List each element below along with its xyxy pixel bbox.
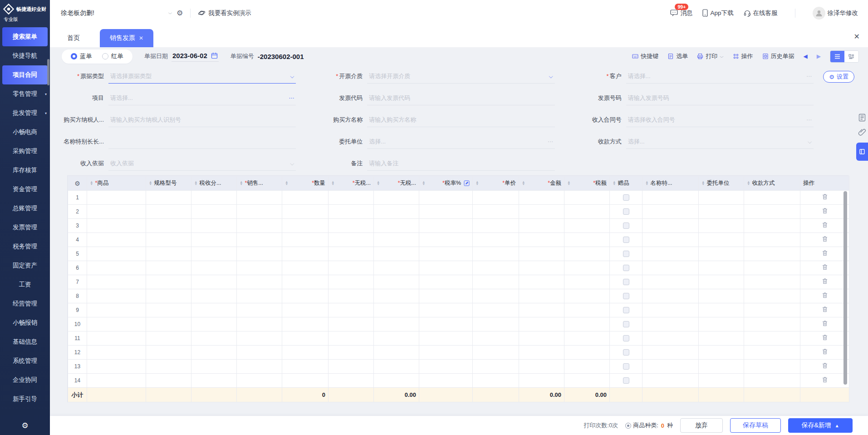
more-ellipsis-icon[interactable]: ⋯ [806, 73, 812, 79]
checkbox[interactable] [623, 377, 629, 384]
table-cell[interactable] [374, 360, 419, 374]
sidebar-item-快捷导航[interactable]: 快捷导航 [2, 46, 48, 65]
sidebar-item-小畅电商[interactable]: 小畅电商 [2, 123, 48, 142]
sidebar-item-基础信息[interactable]: 基础信息 [2, 332, 48, 351]
table-cell[interactable] [642, 205, 699, 219]
table-cell[interactable] [699, 275, 744, 289]
radio-blue-invoice[interactable]: 蓝单 [71, 52, 92, 60]
table-cell[interactable] [473, 219, 519, 233]
table-cell[interactable] [642, 261, 699, 275]
table-cell[interactable] [146, 233, 191, 247]
table-cell[interactable] [146, 289, 191, 303]
more-ellipsis-icon[interactable]: ⋯ [289, 95, 294, 101]
table-cell[interactable] [191, 331, 237, 346]
table-cell[interactable] [87, 205, 146, 219]
table-cell[interactable] [564, 247, 610, 261]
table-cell[interactable] [146, 346, 191, 360]
table-cell[interactable] [191, 261, 237, 275]
table-cell[interactable] [329, 303, 374, 317]
delete-row-trash-icon[interactable] [822, 320, 828, 327]
table-cell[interactable] [473, 275, 519, 289]
table-cell[interactable] [146, 205, 191, 219]
sidebar-item-固定资产[interactable]: 固定资产 [2, 256, 48, 275]
field-input[interactable]: 收入依据⌵ [108, 159, 296, 171]
more-ellipsis-icon[interactable]: ⋯ [548, 138, 553, 145]
delete-row-trash-icon[interactable] [822, 208, 828, 214]
table-cell[interactable] [87, 247, 146, 261]
table-cell[interactable] [564, 219, 610, 233]
sort-icon[interactable]: ▲▼ [90, 181, 93, 185]
table-cell[interactable] [419, 331, 473, 346]
doc-number-input[interactable]: -20230602-001 [258, 53, 304, 60]
table-cell[interactable] [329, 219, 374, 233]
table-cell[interactable] [374, 261, 419, 275]
table-cell[interactable] [642, 346, 699, 360]
tab-首页[interactable]: 首页 [57, 29, 90, 47]
checkbox[interactable] [623, 349, 629, 356]
sort-icon[interactable]: ▲▼ [567, 181, 570, 185]
table-cell[interactable] [744, 317, 800, 331]
table-cell[interactable] [282, 247, 329, 261]
table-cell[interactable] [419, 275, 473, 289]
field-input[interactable]: 请选择...⋯ [108, 94, 296, 105]
delete-row-trash-icon[interactable] [822, 222, 828, 228]
field-input[interactable]: 选择...⌵ [626, 138, 814, 149]
table-cell[interactable] [191, 191, 237, 205]
table-cell[interactable] [282, 219, 329, 233]
table-cell[interactable] [191, 346, 237, 360]
form-view-button[interactable] [844, 51, 858, 62]
toolbar-action-操作[interactable]: 操作 [733, 52, 753, 60]
delete-row-trash-icon[interactable] [822, 264, 828, 271]
sort-icon[interactable]: ▲▼ [476, 181, 479, 185]
chevron-down-icon[interactable]: ⌵ [290, 73, 294, 79]
table-cell[interactable] [744, 346, 800, 360]
table-cell[interactable] [374, 191, 419, 205]
table-cell[interactable] [146, 374, 191, 388]
table-cell[interactable] [419, 233, 473, 247]
field-input[interactable]: 请输入备注 [367, 159, 554, 171]
table-cell[interactable] [374, 331, 419, 346]
app-download-button[interactable]: App下载 [702, 9, 733, 17]
table-cell[interactable] [87, 331, 146, 346]
table-cell[interactable] [564, 317, 610, 331]
table-cell[interactable] [191, 317, 237, 331]
table-cell[interactable] [374, 317, 419, 331]
checkbox[interactable] [623, 237, 629, 243]
tab-销售发票[interactable]: 销售发票✕ [100, 29, 153, 47]
table-cell[interactable] [374, 303, 419, 317]
column-header-商品[interactable]: ▲▼*商品 [87, 176, 146, 191]
table-cell[interactable] [564, 346, 610, 360]
column-header-无税...[interactable]: ▲▼*无税... [329, 176, 374, 191]
delete-row-trash-icon[interactable] [822, 236, 828, 242]
toolbar-action-快捷键[interactable]: 快捷键 [632, 52, 658, 60]
delete-row-trash-icon[interactable] [822, 362, 828, 369]
table-cell[interactable] [419, 205, 473, 219]
table-cell[interactable] [374, 346, 419, 360]
table-cell[interactable] [237, 191, 282, 205]
form-settings-button[interactable]: ⚙ 设置 [823, 71, 854, 83]
column-header-规格型号[interactable]: ▲▼规格型号 [146, 176, 191, 191]
close-page-icon[interactable]: ✕ [854, 32, 860, 41]
column-header-税收分...[interactable]: ▲▼税收分... [191, 176, 237, 191]
table-cell[interactable] [564, 275, 610, 289]
delete-row-trash-icon[interactable] [822, 376, 828, 383]
table-cell[interactable] [419, 289, 473, 303]
table-cell[interactable] [329, 289, 374, 303]
column-header-数量[interactable]: ▲▼*数量 [282, 176, 329, 191]
table-cell[interactable] [374, 374, 419, 388]
delete-row-trash-icon[interactable] [822, 348, 828, 355]
sidebar-item-批发管理[interactable]: 批发管理▾ [2, 104, 48, 123]
close-tab-icon[interactable]: ✕ [139, 35, 143, 41]
topbar-gear-icon[interactable]: ⚙ [177, 9, 183, 17]
attachment-paperclip-icon[interactable] [858, 128, 866, 136]
toolbar-action-历史单据[interactable]: 历史单据 [762, 52, 794, 60]
field-input[interactable]: 请选择票据类型⌵ [108, 72, 296, 84]
sidebar-item-采购管理[interactable]: 采购管理 [2, 142, 48, 161]
table-cell[interactable] [473, 233, 519, 247]
table-cell[interactable] [473, 205, 519, 219]
table-cell[interactable] [146, 331, 191, 346]
sort-icon[interactable]: ▲▼ [701, 181, 705, 185]
table-cell[interactable] [642, 247, 699, 261]
table-cell[interactable] [473, 374, 519, 388]
table-cell[interactable] [419, 261, 473, 275]
